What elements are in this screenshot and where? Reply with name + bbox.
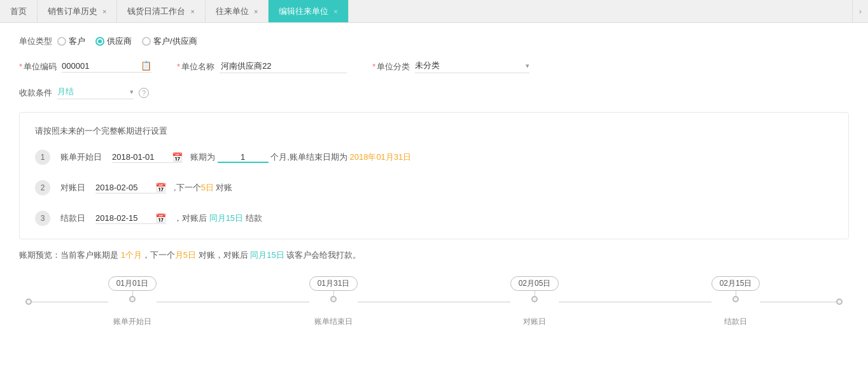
timeline-node-4-sub: 结款日 [724, 316, 747, 327]
tab-related-units[interactable]: 往来单位 × [206, 0, 269, 22]
unit-cat-label: 单位分类 [377, 61, 410, 73]
timeline-line-2 [157, 302, 309, 302]
period-row-2: 2 对账日 📅 ,下一个5日 对账 [35, 180, 833, 195]
unit-code-label: 单位编码 [24, 61, 57, 73]
period-label-1: 账单开始日 [60, 151, 102, 163]
timeline-node-1-dot [129, 296, 136, 302]
timeline-node-1-label: 01月01日 [108, 276, 157, 291]
payment-terms-arrow-icon: ▾ [130, 88, 134, 96]
period-desc-1: 账期为 [190, 151, 218, 163]
period-num-3: 3 [35, 211, 50, 226]
preview-payment: 同月15日 [250, 250, 284, 260]
preview-text: 账期预览：当前客户账期是 1个月，下一个月5日 对账，对账后 同月15日 该客户… [19, 250, 849, 261]
timeline-line-3 [358, 302, 510, 302]
payment-terms-value: 月结 [57, 86, 127, 97]
tab-edit-unit-close[interactable]: × [333, 8, 337, 15]
unit-type-radio-group: 客户 供应商 客户/供应商 [57, 36, 197, 47]
period-label-2: 对账日 [60, 182, 85, 194]
timeline-node-3-stem [535, 291, 535, 296]
period-date-2-wrapper: 📅 [95, 183, 166, 194]
unit-code-input-wrapper: 📋 [62, 60, 151, 73]
period-num-1: 1 [35, 150, 50, 165]
unit-cat-arrow-icon: ▾ [526, 62, 529, 70]
period-date-2-input[interactable] [95, 183, 153, 192]
timeline-node-2-sub: 账单结束日 [314, 316, 353, 327]
payment-terms-row: 收款条件 月结 ▾ ? [19, 86, 849, 99]
radio-customer-supplier-label: 客户/供应商 [153, 36, 197, 47]
period-reconcile-day: 5日 [201, 183, 214, 192]
unit-cat-required: * [372, 62, 375, 71]
unit-cat-select[interactable]: 未分类 ▾ [415, 60, 529, 73]
radio-customer-supplier-circle [142, 37, 151, 46]
radio-supplier-circle [95, 37, 104, 46]
timeline-line-4 [559, 302, 711, 302]
radio-supplier-label: 供应商 [107, 36, 132, 47]
unit-type-row: 单位类型 客户 供应商 客户/供应商 [19, 36, 849, 47]
period-desc-1b: 个月,账单结束日期为 2018年01月31日 [269, 151, 412, 163]
unit-cat-value: 未分类 [415, 60, 526, 71]
period-desc-3: ，对账后 同月15日 结款 [174, 213, 262, 224]
preview-months: 1个月 [121, 250, 142, 260]
preview-reconcile: 月5日 [175, 250, 196, 260]
unit-name-input[interactable] [220, 60, 347, 73]
tabs-more-arrow[interactable]: › [852, 0, 868, 22]
period-num-2: 2 [35, 180, 50, 195]
unit-code-input[interactable] [62, 61, 138, 71]
timeline-node-1-stem [132, 291, 133, 296]
payment-terms-help-icon[interactable]: ? [139, 88, 149, 98]
period-row-1: 1 账单开始日 📅 账期为 个月,账单结束日期为 2018年01月31日 [35, 150, 833, 165]
tab-home-label: 首页 [10, 6, 27, 17]
radio-customer-supplier[interactable]: 客户/供应商 [142, 36, 197, 47]
timeline-end-dot [836, 299, 843, 305]
timeline-node-2: 01月31日 账单结束日 [309, 276, 358, 327]
timeline-line-5 [760, 302, 836, 302]
tab-edit-unit-label: 编辑往来单位 [279, 6, 328, 17]
unit-code-field: * 单位编码 📋 [19, 60, 151, 73]
unit-code-browse-icon[interactable]: 📋 [141, 60, 151, 71]
unit-category-field: * 单位分类 未分类 ▾ [372, 60, 529, 73]
tab-edit-unit[interactable]: 编辑往来单位 × [269, 0, 348, 22]
period-settings-box: 请按照未来的一个完整帐期进行设置 1 账单开始日 📅 账期为 个月,账单结束日期… [19, 112, 849, 239]
timeline-node-3-label: 02月05日 [510, 276, 559, 291]
radio-supplier[interactable]: 供应商 [95, 36, 132, 47]
tab-related-units-close[interactable]: × [254, 8, 258, 15]
timeline-container: 01月01日 账单开始日 01月31日 账单结束日 02月05日 对账日 [19, 276, 849, 327]
tab-sales-history-label: 销售订单历史 [48, 6, 97, 17]
tab-sales-history-close[interactable]: × [102, 8, 106, 15]
chevron-right-icon: › [859, 6, 862, 16]
timeline-node-4-stem [736, 291, 736, 296]
radio-customer-circle [57, 37, 66, 46]
period-date-3-cal-icon[interactable]: 📅 [155, 213, 166, 223]
tabs-bar: 首页 销售订单历史 × 钱货日清工作台 × 往来单位 × 编辑往来单位 × › [0, 0, 868, 23]
timeline-node-4-label: 02月15日 [711, 276, 760, 291]
period-months-input[interactable] [218, 152, 269, 163]
unit-name-label: 单位名称 [181, 61, 214, 73]
radio-customer-label: 客户 [69, 36, 85, 47]
period-date-3-input[interactable] [95, 213, 153, 223]
timeline-node-1-sub: 账单开始日 [113, 316, 151, 327]
preview-section: 账期预览：当前客户账期是 1个月，下一个月5日 对账，对账后 同月15日 该客户… [19, 250, 849, 337]
radio-customer[interactable]: 客户 [57, 36, 85, 47]
period-label-3: 结款日 [60, 213, 85, 224]
payment-terms-select[interactable]: 月结 ▾ [57, 86, 134, 99]
timeline-node-2-label: 01月31日 [309, 276, 358, 291]
timeline-node-4-dot [732, 296, 739, 302]
timeline-node-3: 02月05日 对账日 [510, 276, 559, 327]
tab-sales-history[interactable]: 销售订单历史 × [38, 0, 117, 22]
tab-cash-ledger[interactable]: 钱货日清工作台 × [117, 0, 205, 22]
tab-cash-ledger-label: 钱货日清工作台 [127, 6, 185, 17]
period-date-3-wrapper: 📅 [95, 213, 166, 224]
period-date-2-cal-icon[interactable]: 📅 [155, 183, 166, 193]
timeline-start-dot [25, 299, 32, 305]
unit-code-required: * [19, 62, 22, 71]
tab-related-units-label: 往来单位 [216, 6, 249, 17]
payment-terms-field: 收款条件 月结 ▾ ? [19, 86, 149, 99]
period-desc-2: ,下一个5日 对账 [174, 182, 232, 194]
period-date-1-cal-icon[interactable]: 📅 [172, 152, 183, 162]
main-content: 单位类型 客户 供应商 客户/供应商 * 单位编码 [0, 23, 868, 387]
tab-cash-ledger-close[interactable]: × [190, 8, 194, 15]
tab-home[interactable]: 首页 [0, 0, 38, 22]
timeline-node-4: 02月15日 结款日 [711, 276, 760, 327]
period-date-1-input[interactable] [112, 152, 169, 162]
period-payment-day: 同月15日 [209, 213, 243, 223]
